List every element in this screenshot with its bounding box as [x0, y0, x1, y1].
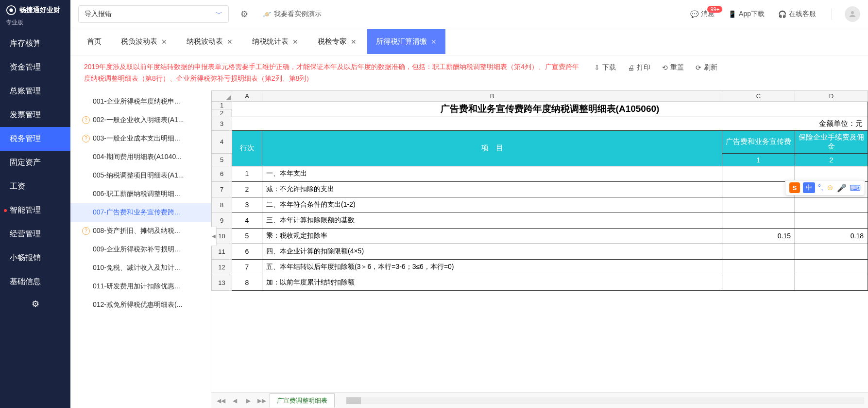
cell[interactable]: 四、本企业计算的扣除限额(4×5): [262, 244, 722, 259]
col-header-b[interactable]: B: [262, 90, 722, 101]
download-button[interactable]: ⇩下载: [594, 63, 616, 72]
config-button[interactable]: ⚙: [237, 6, 252, 22]
close-icon[interactable]: ✕: [227, 38, 233, 46]
form-item-011[interactable]: 011-研发费用加计扣除优惠...: [70, 277, 211, 296]
cell[interactable]: [722, 197, 795, 213]
form-item-009[interactable]: 009-企业所得税弥补亏损明...: [70, 240, 211, 259]
cell[interactable]: 一、本年支出: [262, 166, 722, 181]
sheet-nav-prev[interactable]: ◀: [229, 397, 240, 404]
tab-home[interactable]: 首页: [78, 29, 110, 54]
row-header[interactable]: 3: [212, 117, 232, 130]
cell[interactable]: 3: [232, 197, 262, 213]
cell[interactable]: 加：以前年度累计结转扣除额: [262, 275, 722, 290]
ime-lang[interactable]: 中: [803, 182, 815, 193]
cell[interactable]: 5: [232, 228, 262, 244]
ime-keyboard-icon[interactable]: ⌨: [850, 183, 861, 193]
collapse-handle[interactable]: ◀: [211, 227, 217, 246]
sheet-nav-last[interactable]: ▶▶: [256, 397, 268, 404]
sidebar-item-reimburse[interactable]: 小畅报销: [0, 246, 70, 270]
cell[interactable]: [795, 259, 868, 275]
print-button[interactable]: 🖨打印: [628, 63, 650, 72]
form-item-012[interactable]: 012-减免所得税优惠明细表(...: [70, 296, 211, 314]
sheet-tab[interactable]: 广宣费调整明细表: [270, 393, 335, 408]
cell[interactable]: 乘：税收规定扣除率: [262, 228, 722, 244]
cell[interactable]: 二、本年符合条件的支出(1-2): [262, 197, 722, 213]
tab-tax-burden[interactable]: 税负波动表✕: [112, 29, 176, 54]
messages-button[interactable]: 💬 消息 99+: [687, 10, 717, 18]
close-icon[interactable]: ✕: [161, 38, 167, 46]
sidebar-item-salary[interactable]: 工资: [0, 175, 70, 198]
cell[interactable]: [722, 259, 795, 275]
select-all-corner[interactable]: [212, 90, 232, 101]
ime-punct-icon[interactable]: °,: [818, 183, 823, 192]
cell[interactable]: [722, 166, 795, 181]
form-item-010[interactable]: 010-免税、减计收入及加计...: [70, 259, 211, 277]
service-button[interactable]: 🎧 在线客服: [775, 10, 819, 18]
tab-tax-expert[interactable]: 税检专家✕: [309, 29, 365, 54]
col-header-c[interactable]: C: [722, 90, 795, 101]
import-select[interactable]: 导入报错 ﹀: [78, 5, 229, 23]
cell[interactable]: [795, 244, 868, 259]
cell[interactable]: [722, 275, 795, 290]
form-list[interactable]: 001-企业所得税年度纳税申... 002-一般企业收入明细表(A1... 00…: [70, 90, 211, 408]
sidebar-item-assets[interactable]: 固定资产: [0, 151, 70, 175]
row-header[interactable]: 5: [212, 153, 232, 166]
refresh-button[interactable]: ⟳刷新: [696, 63, 717, 72]
sidebar-item-smart[interactable]: 智能管理: [0, 198, 70, 222]
cell[interactable]: [722, 213, 795, 228]
cell[interactable]: 8: [232, 275, 262, 290]
sidebar-item-funds[interactable]: 资金管理: [0, 55, 70, 79]
row-header[interactable]: 4: [212, 130, 232, 153]
sidebar-item-tax[interactable]: 税务管理: [0, 127, 70, 151]
sheet-nav-first[interactable]: ◀◀: [215, 397, 227, 404]
close-icon[interactable]: ✕: [351, 38, 357, 46]
sidebar-item-base[interactable]: 基础信息: [0, 270, 70, 294]
cell[interactable]: [795, 166, 868, 181]
form-item-006[interactable]: 006-职工薪酬纳税调整明细...: [70, 185, 211, 203]
tab-tax-fluctuation[interactable]: 纳税波动表✕: [178, 29, 241, 54]
sidebar-item-business[interactable]: 经营管理: [0, 222, 70, 246]
row-header[interactable]: 2: [212, 109, 232, 117]
settings-icon[interactable]: ⚙: [0, 294, 70, 314]
form-item-007[interactable]: 007-广告费和业务宣传费跨...: [70, 203, 211, 222]
cell[interactable]: 6: [232, 244, 262, 259]
form-item-004[interactable]: 004-期间费用明细表(A1040...: [70, 148, 211, 166]
col-header-d[interactable]: D: [795, 90, 868, 101]
ime-emoji-icon[interactable]: ☺: [826, 183, 834, 192]
row-header[interactable]: 8: [212, 197, 232, 213]
horizontal-scrollbar[interactable]: [346, 397, 864, 404]
app-download-button[interactable]: 📱 App下载: [725, 10, 767, 18]
sidebar-item-inventory[interactable]: 库存核算: [0, 32, 70, 55]
col-header-a[interactable]: A: [232, 90, 262, 101]
tab-income-tax[interactable]: 所得税汇算清缴✕: [367, 29, 445, 54]
row-header[interactable]: 7: [212, 181, 232, 197]
form-item-008[interactable]: 008-资产折旧、摊销及纳税...: [70, 222, 211, 240]
ime-toolbar[interactable]: S 中 °, ☺ 🎤 ⌨: [785, 180, 865, 195]
sheet-nav-next[interactable]: ▶: [242, 397, 254, 404]
cell[interactable]: 减：不允许扣除的支出: [262, 181, 722, 197]
demo-link[interactable]: 🪐 我要看实例演示: [263, 10, 322, 18]
form-item-005[interactable]: 005-纳税调整项目明细表(A1...: [70, 166, 211, 185]
avatar[interactable]: [845, 6, 860, 22]
form-item-001[interactable]: 001-企业所得税年度纳税申...: [70, 92, 211, 111]
cell[interactable]: [795, 213, 868, 228]
row-header[interactable]: 9: [212, 213, 232, 228]
cell[interactable]: [795, 197, 868, 213]
sheet-grid[interactable]: A B C D 1广告费和业务宣传费跨年度纳税调整明细表(A105060) 2 …: [211, 90, 868, 392]
form-item-002[interactable]: 002-一般企业收入明细表(A1...: [70, 111, 211, 129]
cell[interactable]: 0.15: [722, 228, 795, 244]
row-header[interactable]: 6: [212, 166, 232, 181]
row-header[interactable]: 13: [212, 275, 232, 290]
reset-button[interactable]: ⟲重置: [662, 63, 684, 72]
row-header[interactable]: 1: [212, 101, 232, 109]
cell[interactable]: 4: [232, 213, 262, 228]
sidebar-item-ledger[interactable]: 总账管理: [0, 79, 70, 103]
cell[interactable]: [722, 181, 795, 197]
cell[interactable]: 三、本年计算扣除限额的基数: [262, 213, 722, 228]
cell[interactable]: 2: [232, 181, 262, 197]
close-icon[interactable]: ✕: [292, 38, 298, 46]
cell[interactable]: 0.18: [795, 228, 868, 244]
cell[interactable]: 1: [232, 166, 262, 181]
cell[interactable]: 7: [232, 259, 262, 275]
row-header[interactable]: 12: [212, 259, 232, 275]
